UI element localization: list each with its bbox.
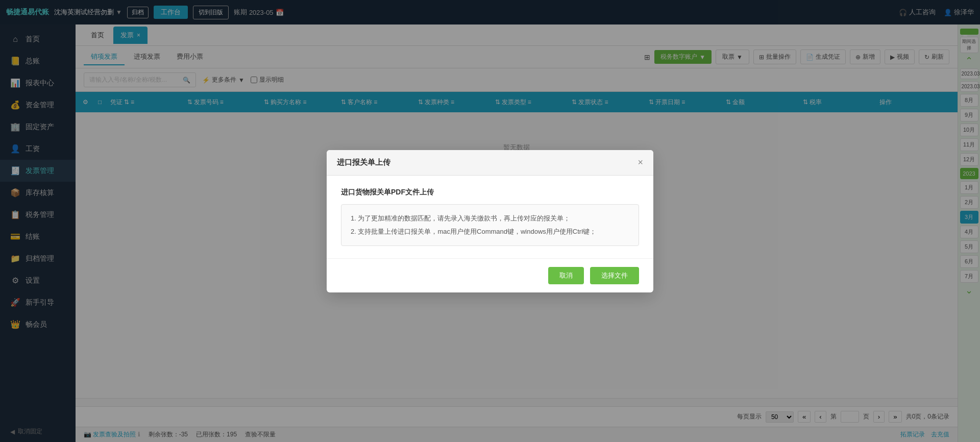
modal-body: 进口货物报关单PDF文件上传 1. 为了更加精准的数据匹配，请先录入海关缴款书，… bbox=[327, 176, 653, 258]
modal-select-file-button[interactable]: 选择文件 bbox=[590, 267, 639, 284]
modal-info-line-1: 1. 为了更加精准的数据匹配，请先录入海关缴款书，再上传对应的报关单； bbox=[351, 212, 629, 225]
modal-close-button[interactable]: × bbox=[638, 157, 643, 168]
modal-info-line-2: 2. 支持批量上传进口报关单，mac用户使用Command键，windows用户… bbox=[351, 225, 629, 238]
modal-info-box: 1. 为了更加精准的数据匹配，请先录入海关缴款书，再上传对应的报关单； 2. 支… bbox=[341, 204, 639, 246]
import-customs-modal: 进口报关单上传 × 进口货物报关单PDF文件上传 1. 为了更加精准的数据匹配，… bbox=[327, 150, 653, 292]
modal-section-title: 进口货物报关单PDF文件上传 bbox=[341, 188, 639, 197]
modal-footer: 取消 选择文件 bbox=[327, 258, 653, 292]
modal-cancel-button[interactable]: 取消 bbox=[548, 267, 584, 284]
modal-title: 进口报关单上传 bbox=[337, 158, 390, 167]
modal-header: 进口报关单上传 × bbox=[327, 150, 653, 176]
modal-overlay: 进口报关单上传 × 进口货物报关单PDF文件上传 1. 为了更加精准的数据匹配，… bbox=[0, 0, 980, 442]
